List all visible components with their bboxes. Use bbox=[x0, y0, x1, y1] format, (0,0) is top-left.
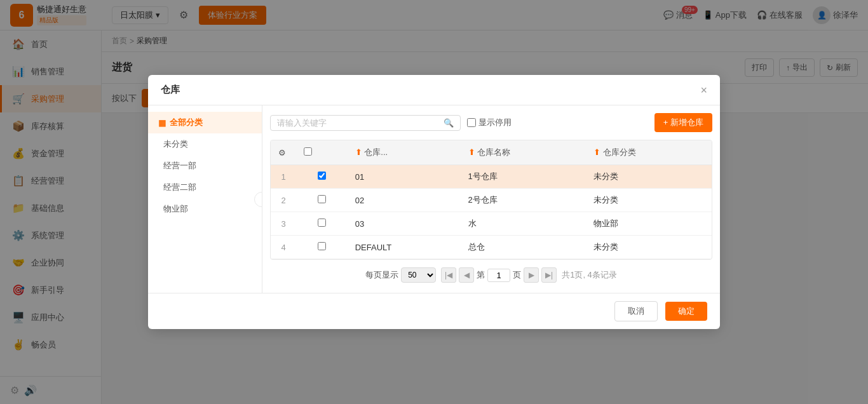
category-item-property[interactable]: 物业部 bbox=[148, 198, 262, 220]
search-input[interactable] bbox=[277, 118, 444, 128]
show-disabled-label: 显示停用 bbox=[467, 117, 512, 128]
per-page-selector: 每页显示 50 20 100 bbox=[365, 267, 436, 283]
modal-body: ▦ 全部分类 未分类 经营一部 经营二部 物业部 《 🔍 bbox=[148, 105, 720, 293]
modal-close-button[interactable]: × bbox=[700, 84, 707, 96]
category-all[interactable]: ▦ 全部分类 bbox=[148, 112, 262, 133]
row-name: 1号仓库 bbox=[461, 165, 587, 189]
modal-table: ⚙ ⬆ 仓库... ⬆ 仓库名称 ⬆ 仓库分类 1 01 1号仓库 未分类 2 bbox=[270, 140, 712, 260]
row-index: 4 bbox=[271, 236, 296, 259]
grid-icon: ▦ bbox=[158, 118, 166, 128]
sort-icon-code: ⬆ bbox=[355, 147, 362, 157]
modal-search-bar: 🔍 显示停用 + 新增仓库 bbox=[270, 113, 712, 132]
row-checkbox[interactable] bbox=[296, 236, 348, 259]
pagination: 每页显示 50 20 100 |◀ ◀ 第 页 ▶ bbox=[270, 260, 712, 285]
per-page-select[interactable]: 50 20 100 bbox=[401, 267, 436, 283]
page-total: 共1页, 4条记录 bbox=[562, 269, 617, 281]
page-number-input[interactable] bbox=[487, 269, 510, 282]
row-index: 3 bbox=[271, 212, 296, 236]
row-checkbox[interactable] bbox=[296, 212, 348, 236]
prev-page-btn[interactable]: ◀ bbox=[459, 267, 474, 283]
category-all-label: 全部分类 bbox=[170, 117, 203, 128]
row-index: 1 bbox=[271, 165, 296, 189]
col-select bbox=[296, 140, 348, 165]
row-category: 未分类 bbox=[586, 236, 712, 259]
search-icon: 🔍 bbox=[444, 118, 454, 128]
row-category: 未分类 bbox=[586, 189, 712, 212]
col-name: ⬆ 仓库名称 bbox=[461, 140, 587, 165]
row-code: 03 bbox=[348, 212, 461, 236]
next-page-btn[interactable]: ▶ bbox=[524, 267, 539, 283]
col-settings: ⚙ bbox=[271, 140, 296, 165]
modal-left-panel: ▦ 全部分类 未分类 经营一部 经营二部 物业部 《 bbox=[148, 105, 262, 293]
modal-title: 仓库 bbox=[161, 84, 180, 96]
row-checkbox[interactable] bbox=[296, 165, 348, 189]
row-code: DEFAULT bbox=[348, 236, 461, 259]
category-item-dept1[interactable]: 经营一部 bbox=[148, 155, 262, 177]
sort-icon-name: ⬆ bbox=[468, 147, 475, 157]
show-disabled-checkbox[interactable] bbox=[467, 118, 476, 127]
search-input-wrap: 🔍 bbox=[270, 115, 461, 131]
last-page-btn[interactable]: ▶| bbox=[541, 267, 557, 283]
modal-overlay: 仓库 × ▦ 全部分类 未分类 经营一部 经营二部 物业部 《 bbox=[0, 0, 868, 404]
row-category: 未分类 bbox=[586, 165, 712, 189]
table-row: 3 03 水 物业部 bbox=[271, 212, 712, 236]
category-item-dept2[interactable]: 经营二部 bbox=[148, 177, 262, 198]
modal-footer: 取消 确定 bbox=[148, 293, 720, 329]
row-index: 2 bbox=[271, 189, 296, 212]
row-checkbox[interactable] bbox=[296, 189, 348, 212]
row-name: 总仓 bbox=[461, 236, 587, 259]
confirm-button[interactable]: 确定 bbox=[665, 302, 707, 321]
row-name: 2号仓库 bbox=[461, 189, 587, 212]
warehouse-modal: 仓库 × ▦ 全部分类 未分类 经营一部 经营二部 物业部 《 bbox=[148, 75, 720, 329]
table-row: 1 01 1号仓库 未分类 bbox=[271, 165, 712, 189]
cancel-button[interactable]: 取消 bbox=[614, 301, 658, 321]
select-all-checkbox[interactable] bbox=[304, 147, 312, 156]
row-code: 02 bbox=[348, 189, 461, 212]
row-name: 水 bbox=[461, 212, 587, 236]
row-code: 01 bbox=[348, 165, 461, 189]
modal-right-panel: 🔍 显示停用 + 新增仓库 ⚙ bbox=[262, 105, 720, 293]
col-category: ⬆ 仓库分类 bbox=[586, 140, 712, 165]
table-row: 2 02 2号仓库 未分类 bbox=[271, 189, 712, 212]
row-category: 物业部 bbox=[586, 212, 712, 236]
table-header-row: ⚙ ⬆ 仓库... ⬆ 仓库名称 ⬆ 仓库分类 bbox=[271, 140, 712, 165]
table-row: 4 DEFAULT 总仓 未分类 bbox=[271, 236, 712, 259]
settings-icon: ⚙ bbox=[278, 148, 286, 158]
sort-icon-cat: ⬆ bbox=[593, 147, 600, 157]
category-item-unclassified[interactable]: 未分类 bbox=[148, 133, 262, 155]
first-page-btn[interactable]: |◀ bbox=[441, 267, 456, 283]
page-nav: |◀ ◀ 第 页 ▶ ▶| bbox=[441, 267, 557, 283]
modal-header: 仓库 × bbox=[148, 75, 720, 105]
add-warehouse-button[interactable]: + 新增仓库 bbox=[654, 113, 712, 132]
col-code: ⬆ 仓库... bbox=[348, 140, 461, 165]
